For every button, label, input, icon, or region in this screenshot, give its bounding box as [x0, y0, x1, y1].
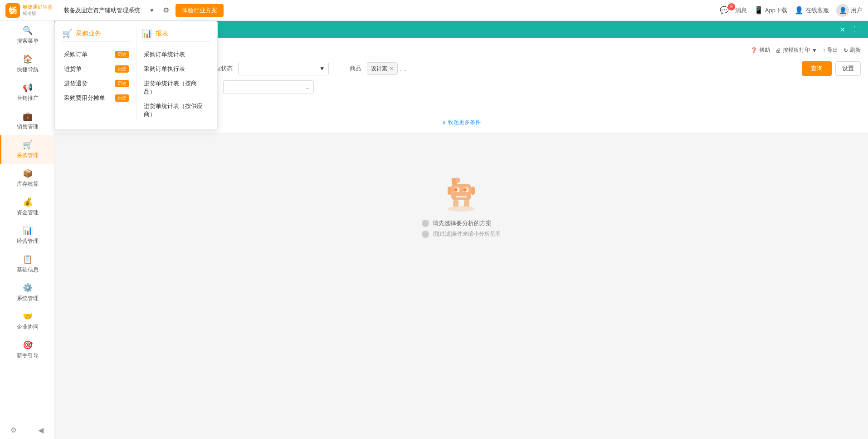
report-col: 📊 报表 采购订单统计表 采购订单执行表 进货单统计表（按商品） 进货单统计表（…: [142, 29, 210, 122]
sidebar-item-search[interactable]: 🔍 搜索菜单: [0, 21, 54, 49]
service-icon: 👤: [795, 6, 804, 15]
sidebar-item-operations[interactable]: 📊 经营管理: [0, 221, 54, 250]
menu-item-purchase-order-label: 采购订单: [64, 50, 88, 59]
user-btn[interactable]: 👤 用户: [836, 4, 863, 17]
menu-item-purchase-order-exec-label: 采购订单执行表: [144, 65, 185, 73]
sys-name: 装备及固定资产辅助管理系统: [60, 6, 144, 15]
collapse-icon: ∧: [442, 119, 446, 126]
help-icon: ❓: [751, 47, 757, 54]
menu-item-purchase-order-exec[interactable]: 采购订单执行表: [142, 62, 210, 76]
purchase-col-title: 采购业务: [76, 30, 101, 38]
svg-rect-6: [456, 196, 467, 197]
topbar-right: 💬 9 消息 📱 App下载 👤 在线客服 👤 用户: [720, 4, 863, 17]
settings-btn[interactable]: 设置: [835, 61, 861, 76]
dropdown-divider: [136, 29, 137, 122]
sidebar-item-sales-label: 销售管理: [17, 123, 39, 131]
menu-item-goods-receipt[interactable]: 进货单 历史: [62, 62, 131, 76]
user-label: 用户: [851, 6, 863, 15]
sales-icon: 💼: [23, 111, 33, 121]
menu-item-purchase-order-stats-label: 采购订单统计表: [144, 50, 185, 59]
sidebar-item-operations-label: 经营管理: [17, 237, 39, 245]
tab-close-all-btn[interactable]: ✕: [837, 25, 848, 35]
print-dropdown-icon: ▼: [812, 47, 817, 54]
sidebar-item-system-label: 系统管理: [17, 295, 39, 302]
refresh-btn[interactable]: ↻ 刷新: [844, 46, 861, 54]
sidebar-item-inventory[interactable]: 📦 库存核算: [0, 164, 54, 192]
sidebar-item-search-label: 搜索菜单: [17, 37, 39, 45]
app-download-btn[interactable]: 📱 App下载: [754, 6, 787, 15]
phone-icon: 📱: [754, 6, 763, 15]
help-label: 帮助: [759, 46, 770, 54]
salesperson-select[interactable]: ...: [223, 80, 314, 94]
svg-rect-7: [448, 187, 451, 195]
home-icon: 🏠: [23, 54, 33, 64]
sys-settings-btn[interactable]: ⚙: [160, 5, 172, 15]
goods-return-history-tag: 历史: [115, 80, 129, 87]
tab-expand-btn[interactable]: ⛶: [851, 25, 863, 35]
report-col-header: 📊 报表: [142, 29, 210, 42]
export-label: 导出: [827, 46, 838, 54]
empty-line1: 请先选择要分析的方案: [433, 219, 492, 227]
query-btn[interactable]: 查询: [802, 61, 832, 76]
online-service-btn[interactable]: 👤 在线客服: [795, 6, 829, 15]
report-col-title: 报表: [156, 30, 168, 38]
goods-label: 商品: [334, 64, 361, 73]
svg-point-4: [454, 188, 458, 192]
menu-item-goods-receipt-stats-goods[interactable]: 进货单统计表（按商品）: [142, 76, 210, 99]
goods-tag-remove[interactable]: ✕: [389, 65, 394, 72]
sidebar-item-sales[interactable]: 💼 销售管理: [0, 107, 54, 135]
dropdown-menu-overlay: 🛒 采购业务 采购订单 历史 进货单 历史 进货退货 历史 采购费用分摊单 历史: [54, 21, 218, 129]
operations-icon: 📊: [23, 226, 33, 236]
industry-btn[interactable]: 体验行业方案: [176, 4, 224, 17]
menu-item-goods-receipt-stats-goods-label: 进货单统计表（按商品）: [144, 79, 209, 96]
purchase-col-icon: 🛒: [62, 29, 72, 39]
sidebar-item-newbie[interactable]: 🎯 新手引导: [0, 335, 54, 364]
sys-dropdown-btn[interactable]: ▼: [147, 6, 156, 15]
menu-item-goods-receipt-label: 进货单: [64, 65, 82, 73]
goods-tag[interactable]: 设计素 ✕: [367, 62, 398, 75]
purchase-col: 🛒 采购业务 采购订单 历史 进货单 历史 进货退货 历史 采购费用分摊单 历史: [62, 29, 131, 122]
sidebar-collapse-btn[interactable]: ◀: [38, 426, 44, 434]
sidebar-item-quick-nav[interactable]: 🏠 快捷导航: [0, 49, 54, 78]
menu-item-goods-receipt-stats-supplier[interactable]: 进货单统计表（按供应商）: [142, 99, 210, 122]
voucher-status-select[interactable]: ▼: [238, 62, 329, 75]
sidebar-item-purchase-label: 采购管理: [17, 152, 39, 159]
menu-item-purchase-expense-label: 采购费用分摊单: [64, 94, 105, 102]
topbar: 畅 畅捷通好生意 标准版 装备及固定资产辅助管理系统 ▼ ⚙ 体验行业方案 💬 …: [0, 0, 868, 21]
sidebar-settings-btn[interactable]: ⚙: [10, 426, 17, 434]
dropdown-cols: 🛒 采购业务 采购订单 历史 进货单 历史 进货退货 历史 采购费用分摊单 历史: [62, 29, 210, 122]
menu-item-goods-return[interactable]: 进货退货 历史: [62, 76, 131, 91]
purchase-icon: 🛒: [23, 140, 33, 150]
menu-item-purchase-order-stats[interactable]: 采购订单统计表: [142, 47, 210, 62]
sidebar-item-purchase[interactable]: 🛒 采购管理: [0, 135, 54, 164]
message-icon: 💬: [720, 6, 729, 15]
sidebar: 🔍 搜索菜单 🏠 快捷导航 📢 营销推广 💼 销售管理 🛒 采购管理 📦 库存核…: [0, 21, 54, 439]
sidebar-item-basic[interactable]: 📋 基础信息: [0, 250, 54, 278]
goods-receipt-history-tag: 历史: [115, 65, 129, 73]
refresh-label: 刷新: [850, 46, 861, 54]
system-icon: ⚙️: [23, 283, 33, 293]
print-template-btn[interactable]: 🖨 按模板打印 ▼: [775, 46, 817, 54]
svg-point-12: [455, 178, 460, 183]
empty-state: 请先选择要分析的方案 用[过滤]条件来缩小分析范围: [54, 134, 868, 274]
help-btn[interactable]: ❓ 帮助: [751, 46, 770, 54]
sidebar-item-system[interactable]: ⚙️ 系统管理: [0, 278, 54, 307]
export-icon: ↑: [823, 47, 825, 54]
sidebar-bottom: ⚙ ◀: [0, 421, 54, 439]
export-btn[interactable]: ↑ 导出: [823, 46, 838, 54]
sidebar-item-basic-label: 基础信息: [17, 266, 39, 274]
sidebar-item-enterprise[interactable]: 🤝 企业协同: [0, 307, 54, 335]
voucher-status-dropdown-icon: ▼: [319, 65, 325, 72]
menu-item-purchase-order[interactable]: 采购订单 历史: [62, 47, 131, 62]
purchase-expense-history-tag: 历史: [115, 94, 129, 102]
messages-btn[interactable]: 💬 9 消息: [720, 6, 747, 15]
report-col-icon: 📊: [142, 29, 152, 39]
sidebar-item-marketing[interactable]: 📢 营销推广: [0, 78, 54, 107]
sidebar-item-newbie-label: 新手引导: [17, 352, 39, 360]
sidebar-item-capital[interactable]: 💰 资金管理: [0, 192, 54, 221]
search-icon: 🔍: [23, 25, 33, 35]
sidebar-item-capital-label: 资金管理: [17, 209, 39, 217]
menu-item-purchase-expense[interactable]: 采购费用分摊单 历史: [62, 91, 131, 105]
svg-point-5: [463, 188, 467, 192]
goods-dots[interactable]: ...: [400, 65, 407, 72]
